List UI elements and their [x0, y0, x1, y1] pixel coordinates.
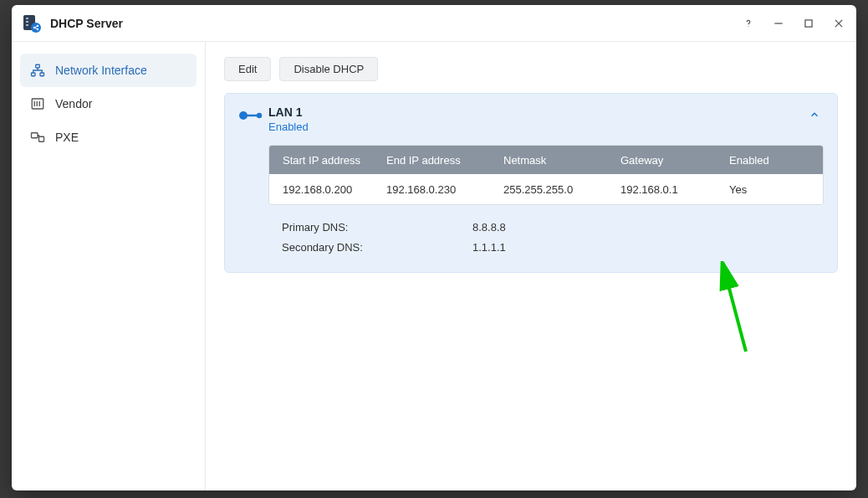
- sidebar-item-pxe[interactable]: PXE: [20, 121, 197, 154]
- window-body: Network Interface Vendor: [12, 42, 856, 490]
- sidebar-item-label: Vendor: [55, 97, 92, 110]
- window-controls: [741, 16, 846, 31]
- col-netmask: Netmask: [503, 154, 620, 167]
- svg-rect-13: [36, 64, 40, 68]
- svg-point-8: [748, 26, 749, 27]
- edit-button[interactable]: Edit: [224, 57, 271, 81]
- svg-rect-20: [32, 133, 38, 138]
- dns-block: Primary DNS: 8.8.8.8 Secondary DNS: 1.1.…: [282, 217, 824, 257]
- svg-point-24: [257, 113, 262, 118]
- range-table: Start IP address End IP address Netmask …: [268, 145, 824, 205]
- svg-line-25: [724, 270, 746, 352]
- col-start-ip: Start IP address: [269, 154, 386, 167]
- col-gateway: Gateway: [620, 154, 729, 167]
- close-button[interactable]: [831, 16, 846, 31]
- collapse-toggle[interactable]: [805, 105, 824, 126]
- sidebar: Network Interface Vendor: [12, 42, 206, 490]
- vendor-icon: [30, 96, 45, 111]
- titlebar: DHCP Server: [12, 5, 856, 42]
- svg-rect-16: [32, 99, 43, 109]
- cell-end-ip: 192.168.0.230: [386, 183, 503, 196]
- annotation-arrow: [707, 261, 758, 362]
- app-window: DHCP Server: [12, 5, 856, 490]
- window-title: DHCP Server: [50, 17, 741, 30]
- interface-name: LAN 1: [268, 105, 805, 119]
- sidebar-item-label: Network Interface: [55, 64, 147, 77]
- svg-point-22: [239, 111, 248, 120]
- dns-primary-row: Primary DNS: 8.8.8.8: [282, 217, 824, 237]
- svg-rect-1: [26, 18, 28, 19]
- svg-rect-3: [26, 24, 28, 26]
- col-end-ip: End IP address: [386, 154, 503, 167]
- interface-header: LAN 1 Enabled: [238, 105, 824, 133]
- sidebar-item-network-interface[interactable]: Network Interface: [20, 54, 197, 87]
- svg-point-4: [31, 23, 41, 33]
- sidebar-item-vendor[interactable]: Vendor: [20, 87, 197, 121]
- minimize-button[interactable]: [771, 16, 786, 31]
- network-icon: [30, 63, 45, 78]
- help-button[interactable]: [741, 16, 756, 31]
- dns-primary-value: 8.8.8.8: [472, 221, 506, 234]
- chevron-up-icon: [809, 109, 820, 121]
- connection-icon: [238, 105, 268, 125]
- interface-status: Enabled: [268, 121, 805, 133]
- cell-enabled: Yes: [729, 183, 823, 196]
- interface-card: LAN 1 Enabled Start IP address End IP ad…: [224, 93, 838, 273]
- app-icon: [22, 13, 42, 33]
- col-enabled: Enabled: [729, 154, 823, 167]
- svg-rect-2: [26, 21, 28, 23]
- dns-primary-label: Primary DNS:: [282, 221, 472, 234]
- table-row[interactable]: 192.168.0.200 192.168.0.230 255.255.255.…: [269, 174, 823, 204]
- cell-gateway: 192.168.0.1: [620, 183, 729, 196]
- main-panel: Edit Disable DHCP LAN 1 Enabled: [206, 42, 856, 490]
- maximize-button[interactable]: [801, 16, 816, 31]
- svg-rect-21: [39, 136, 44, 141]
- dns-secondary-row: Secondary DNS: 1.1.1.1: [282, 237, 824, 257]
- dns-secondary-value: 1.1.1.1: [472, 241, 506, 254]
- cell-netmask: 255.255.255.0: [503, 183, 620, 196]
- cell-start-ip: 192.168.0.200: [269, 183, 386, 196]
- pxe-icon: [30, 130, 45, 145]
- sidebar-item-label: PXE: [55, 131, 79, 144]
- svg-rect-10: [805, 19, 812, 26]
- dns-secondary-label: Secondary DNS:: [282, 241, 472, 254]
- disable-dhcp-button[interactable]: Disable DHCP: [279, 57, 378, 81]
- table-header: Start IP address End IP address Netmask …: [269, 146, 823, 174]
- svg-rect-15: [40, 73, 44, 76]
- svg-rect-14: [32, 73, 36, 76]
- toolbar: Edit Disable DHCP: [224, 57, 838, 81]
